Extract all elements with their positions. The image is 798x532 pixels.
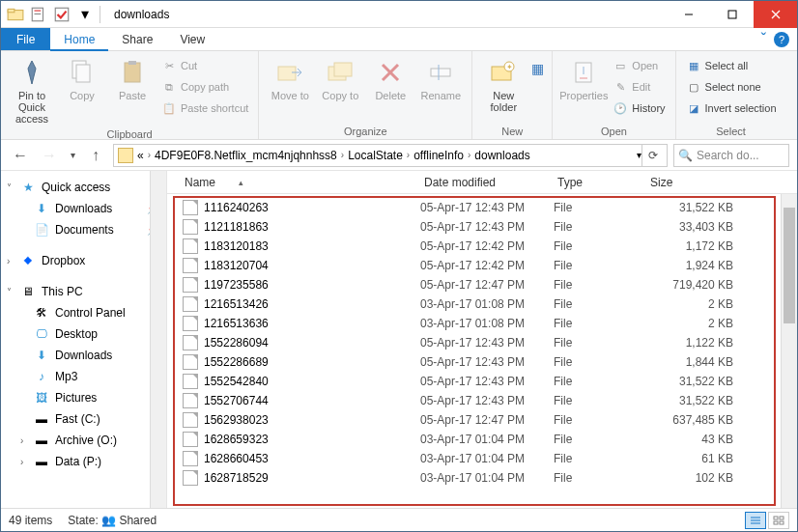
- file-size: 31,522 KB: [646, 394, 733, 407]
- thumbnails-view-button[interactable]: [768, 512, 789, 529]
- file-type: File: [554, 220, 646, 234]
- file-row[interactable]: 162866045303-Apr-17 01:04 PMFile61 KB: [175, 449, 774, 468]
- tab-share[interactable]: Share: [108, 28, 166, 50]
- nav-desktop[interactable]: 🖵Desktop: [1, 323, 166, 345]
- open-icon: ▭: [613, 58, 628, 73]
- copy-to-button[interactable]: Copy to: [315, 55, 365, 103]
- copy-path-button[interactable]: ⧉Copy path: [157, 76, 252, 98]
- breadcrumb-segment[interactable]: downloads: [474, 149, 529, 162]
- nav-fast-drive[interactable]: ▬Fast (C:): [1, 408, 166, 430]
- recent-locations-dropdown[interactable]: ▾: [67, 144, 78, 167]
- nav-downloads-2[interactable]: ⬇Downloads: [1, 345, 166, 366]
- tab-view[interactable]: View: [166, 28, 218, 50]
- nav-pictures[interactable]: 🖼Pictures: [1, 387, 166, 408]
- minimize-button[interactable]: [667, 1, 710, 28]
- file-name: 1216513636: [204, 317, 420, 330]
- nav-documents[interactable]: 📄Documents📌: [1, 219, 166, 240]
- file-row[interactable]: 155228668905-Apr-17 12:43 PMFile1,844 KB: [175, 352, 774, 372]
- file-icon: [183, 412, 198, 428]
- file-size: 1,844 KB: [646, 355, 733, 369]
- file-row[interactable]: 156293802305-Apr-17 12:47 PMFile637,485 …: [175, 410, 774, 430]
- nav-scrollbar-thumb[interactable]: [153, 267, 164, 306]
- navigation-pane[interactable]: ˅★Quick access ⬇Downloads📌 📄Documents📌 ›…: [1, 171, 167, 508]
- file-scrollbar[interactable]: [781, 194, 797, 508]
- tab-home[interactable]: Home: [50, 28, 108, 50]
- checkbox-icon[interactable]: [53, 6, 71, 23]
- file-row[interactable]: 155270674405-Apr-17 12:43 PMFile31,522 K…: [175, 391, 774, 410]
- file-row[interactable]: 121651342603-Apr-17 01:08 PMFile2 KB: [175, 294, 774, 314]
- cut-button[interactable]: ✂Cut: [157, 55, 252, 76]
- paste-button[interactable]: Paste: [107, 55, 157, 103]
- svg-rect-11: [76, 65, 90, 82]
- file-row[interactable]: 119723558605-Apr-17 12:47 PMFile719,420 …: [175, 275, 774, 294]
- file-row[interactable]: 112118186305-Apr-17 12:43 PMFile33,403 K…: [175, 217, 774, 237]
- breadcrumb-segment[interactable]: offlineInfo: [413, 149, 464, 162]
- file-row[interactable]: 155254284005-Apr-17 12:43 PMFile31,522 K…: [175, 372, 774, 391]
- file-row[interactable]: 118312070405-Apr-17 12:42 PMFile1,924 KB: [175, 256, 774, 275]
- breadcrumb[interactable]: « › 4DF9E0F8.Netflix_mcm4njqhnhss8› Loca…: [113, 144, 668, 167]
- column-size[interactable]: Size: [644, 171, 741, 193]
- breadcrumb-segment[interactable]: 4DF9E0F8.Netflix_mcm4njqhnhss8: [155, 149, 337, 162]
- paste-shortcut-button[interactable]: 📋Paste shortcut: [157, 98, 252, 119]
- nav-data-drive[interactable]: ›▬Data (P:): [1, 451, 166, 472]
- nav-mp3[interactable]: ♪Mp3: [1, 366, 166, 387]
- column-date[interactable]: Date modified: [418, 171, 552, 193]
- details-view-button[interactable]: [745, 512, 766, 529]
- file-date: 05-Apr-17 12:43 PM: [420, 201, 554, 214]
- nav-dropbox[interactable]: ›⯁Dropbox: [1, 250, 166, 271]
- rename-button[interactable]: Rename: [415, 55, 466, 103]
- history-button[interactable]: 🕑History: [609, 98, 669, 119]
- pin-to-quick-access-button[interactable]: Pin to Quick access: [7, 55, 57, 126]
- file-list[interactable]: 111624026305-Apr-17 12:43 PMFile31,522 K…: [173, 196, 776, 506]
- file-scrollbar-thumb[interactable]: [784, 208, 795, 323]
- select-none-button[interactable]: ▢Select none: [682, 76, 781, 98]
- help-icon[interactable]: ?: [774, 32, 789, 47]
- file-row[interactable]: 111624026305-Apr-17 12:43 PMFile31,522 K…: [175, 198, 774, 217]
- column-type[interactable]: Type: [552, 171, 644, 193]
- back-button[interactable]: ←: [9, 144, 32, 167]
- file-icon: [183, 374, 198, 389]
- file-date: 05-Apr-17 12:43 PM: [420, 355, 554, 369]
- invert-selection-button[interactable]: ◪Invert selection: [682, 98, 781, 119]
- file-row[interactable]: 162865932303-Apr-17 01:04 PMFile43 KB: [175, 430, 774, 449]
- select-none-icon: ▢: [686, 79, 701, 95]
- svg-rect-1: [8, 9, 14, 12]
- nav-this-pc[interactable]: ˅🖥This PC: [1, 281, 166, 302]
- file-row[interactable]: 121651363603-Apr-17 01:08 PMFile2 KB: [175, 314, 774, 333]
- file-row[interactable]: 162871852903-Apr-17 01:04 PMFile102 KB: [175, 468, 774, 488]
- properties-icon: [568, 57, 599, 88]
- nav-quick-access[interactable]: ˅★Quick access: [1, 177, 166, 198]
- file-row[interactable]: 155228609405-Apr-17 12:43 PMFile1,122 KB: [175, 333, 774, 352]
- close-button[interactable]: [754, 1, 797, 28]
- new-folder-button[interactable]: ✦ New folder: [478, 55, 528, 115]
- file-row[interactable]: 118312018305-Apr-17 12:42 PMFile1,172 KB: [175, 237, 774, 256]
- up-button[interactable]: ↑: [84, 144, 107, 167]
- breadcrumb-segment[interactable]: LocalState: [348, 149, 403, 162]
- select-all-button[interactable]: ▦Select all: [682, 55, 781, 76]
- ribbon-collapse-icon[interactable]: ˇ: [761, 31, 766, 48]
- properties-icon[interactable]: [30, 6, 47, 23]
- open-button[interactable]: ▭Open: [609, 55, 669, 76]
- edit-button[interactable]: ✎Edit: [609, 76, 669, 98]
- forward-button[interactable]: →: [38, 144, 61, 167]
- column-name[interactable]: Name▴: [179, 171, 418, 193]
- nav-control-panel[interactable]: 🛠Control Panel: [1, 302, 166, 323]
- paste-shortcut-icon: 📋: [161, 100, 177, 116]
- refresh-button[interactable]: ⟳: [641, 145, 663, 166]
- search-input[interactable]: 🔍 Search do...: [673, 144, 789, 167]
- paste-icon: [117, 57, 148, 88]
- breadcrumb-overflow[interactable]: «: [137, 149, 144, 162]
- nav-archive-drive[interactable]: ›▬Archive (O:): [1, 430, 166, 451]
- delete-button[interactable]: Delete: [365, 55, 415, 103]
- nav-downloads[interactable]: ⬇Downloads📌: [1, 198, 166, 219]
- maximize-button[interactable]: [710, 1, 754, 28]
- new-item-dropdown[interactable]: ▦: [531, 61, 544, 76]
- new-folder-icon: ✦: [488, 57, 519, 88]
- properties-button[interactable]: Properties: [558, 55, 609, 103]
- move-to-button[interactable]: Move to: [265, 55, 315, 103]
- copy-button[interactable]: Copy: [57, 55, 107, 103]
- tab-file[interactable]: File: [1, 28, 50, 50]
- qat-dropdown-icon[interactable]: ▾: [76, 6, 94, 23]
- svg-rect-3: [35, 10, 42, 11]
- file-type: File: [554, 413, 646, 427]
